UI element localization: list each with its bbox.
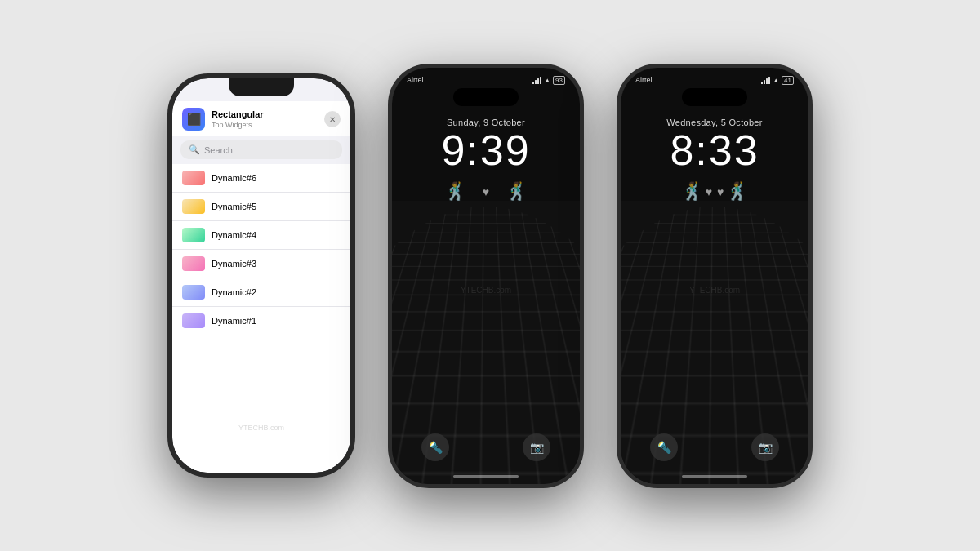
wifi-icon: ▲ bbox=[773, 77, 779, 84]
signal-icon bbox=[761, 77, 770, 84]
list-item[interactable]: Dynamic#4 bbox=[172, 221, 350, 250]
widget-thumbnail bbox=[182, 256, 205, 271]
heart-icon-right: ♥ bbox=[717, 185, 724, 198]
home-indicator bbox=[682, 475, 747, 478]
watermark: YTECHB.com bbox=[238, 424, 284, 432]
search-bar[interactable]: 🔍 Search bbox=[180, 140, 342, 159]
watermark: YTECHB.com bbox=[689, 286, 740, 295]
search-placeholder: Search bbox=[204, 145, 233, 155]
close-button[interactable]: ✕ bbox=[324, 111, 341, 127]
widget-thumbnail bbox=[182, 313, 205, 328]
item-label: Dynamic#2 bbox=[212, 287, 256, 297]
lock-screen: Sunday, 9 October 9:39 🕺 ♥ 🕺 YTECHB.com … bbox=[392, 106, 580, 484]
widget-pair-left: 🕺 ♥ bbox=[681, 183, 712, 201]
phone-1: ⬛ Rectangular Top Widgets ✕ 🔍 Search Dyn… bbox=[167, 73, 355, 478]
heart-icon: ♥ bbox=[483, 185, 489, 198]
item-label: Dynamic#1 bbox=[212, 316, 256, 326]
lock-date: Wednesday, 5 October bbox=[666, 118, 763, 127]
item-label: Dynamic#4 bbox=[212, 230, 256, 240]
dynamic-island bbox=[682, 88, 747, 106]
figure-right-icon: 🕺 bbox=[506, 183, 528, 201]
flashlight-button[interactable]: 🔦 bbox=[421, 433, 449, 461]
list-item[interactable]: Dynamic#2 bbox=[172, 278, 350, 307]
home-indicator bbox=[453, 475, 519, 478]
widget-thumbnail bbox=[182, 171, 205, 185]
flashlight-button[interactable]: 🔦 bbox=[650, 433, 678, 461]
widget-pair-right: ♥ 🕺 bbox=[717, 183, 748, 201]
battery-indicator: 93 bbox=[553, 76, 565, 85]
lock-bottom-controls: 🔦 📷 bbox=[392, 433, 580, 461]
notch bbox=[229, 78, 294, 96]
lock-bottom-controls: 🔦 📷 bbox=[621, 433, 808, 461]
camera-button[interactable]: 📷 bbox=[751, 433, 779, 461]
lock-time: 8:33 bbox=[670, 129, 759, 171]
widget-header: ⬛ Rectangular Top Widgets ✕ bbox=[172, 101, 350, 136]
carrier-label: Airtel bbox=[635, 76, 653, 84]
app-icon: ⬛ bbox=[182, 108, 205, 131]
item-label: Dynamic#5 bbox=[212, 202, 256, 211]
status-bar: Airtel ▲ 41 bbox=[621, 68, 808, 85]
lock-widgets: 🕺 ♥ 🕺 bbox=[444, 183, 528, 201]
item-label: Dynamic#3 bbox=[212, 259, 256, 269]
search-icon: 🔍 bbox=[189, 144, 200, 155]
item-label: Dynamic#6 bbox=[212, 173, 256, 183]
carrier-label: Airtel bbox=[407, 76, 424, 84]
wifi-icon: ▲ bbox=[544, 77, 550, 84]
figure-left-icon: 🕺 bbox=[681, 183, 703, 201]
widget-thumbnail bbox=[182, 285, 205, 300]
app-title: Rectangular bbox=[212, 109, 264, 120]
camera-button[interactable]: 📷 bbox=[523, 433, 550, 461]
lock-date: Sunday, 9 October bbox=[447, 118, 525, 127]
battery-indicator: 41 bbox=[782, 76, 794, 85]
widget-thumbnail bbox=[182, 199, 205, 214]
phone-2: Airtel ▲ 93 Sunday, 9 October 9:39 bbox=[388, 64, 584, 488]
widget-thumbnail bbox=[182, 228, 205, 242]
status-icons: ▲ 41 bbox=[761, 76, 794, 85]
figure-left-icon: 🕺 bbox=[444, 183, 466, 201]
list-item[interactable]: Dynamic#3 bbox=[172, 250, 350, 278]
phone-3: Airtel ▲ 41 Wednesday, 5 October 8:33 bbox=[617, 64, 813, 488]
lock-time: 9:39 bbox=[441, 129, 530, 171]
status-bar: Airtel ▲ 93 bbox=[392, 68, 580, 85]
signal-icon bbox=[532, 77, 541, 84]
figure-right-icon: 🕺 bbox=[726, 183, 748, 201]
dynamic-island bbox=[453, 88, 519, 106]
lock-widgets: 🕺 ♥ ♥ 🕺 bbox=[681, 183, 749, 201]
status-icons: ▲ 93 bbox=[532, 76, 565, 85]
app-subtitle: Top Widgets bbox=[212, 121, 264, 129]
heart-icon-left: ♥ bbox=[706, 185, 712, 198]
watermark: YTECHB.com bbox=[461, 286, 511, 295]
list-item[interactable]: Dynamic#1 bbox=[172, 307, 350, 335]
list-item[interactable]: Dynamic#5 bbox=[172, 193, 350, 221]
lock-screen: Wednesday, 5 October 8:33 🕺 ♥ ♥ 🕺 YTECHB… bbox=[621, 106, 808, 484]
list-item[interactable]: Dynamic#6 bbox=[172, 164, 350, 193]
